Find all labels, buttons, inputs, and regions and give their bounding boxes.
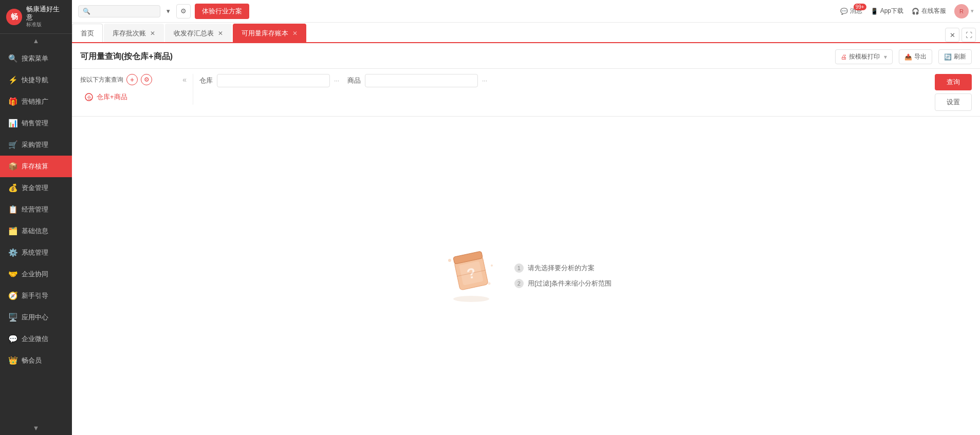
filter-scheme-panel: 按以下方案查询 + ⚙ « 仓 仓库+商品 [80, 74, 193, 105]
monitor-icon: 🖥️ [8, 313, 17, 322]
svg-point-10 [488, 282, 490, 285]
chart-icon: 📊 [8, 119, 17, 128]
goods-more-button[interactable]: ··· [482, 77, 487, 84]
gear-icon: ⚙ [144, 76, 150, 83]
sidebar-scroll-up[interactable]: ▲ [0, 34, 72, 48]
clipboard-icon: 📋 [8, 205, 17, 214]
tab-receive-summary[interactable]: 收发存汇总表 ✕ [165, 24, 232, 42]
page-header: 可用量查询(按仓库+商品) 🖨 按模板打印 ▾ 📤 导出 🔄 刷新 [72, 43, 980, 69]
scheme-icon: 仓 [84, 92, 94, 102]
sidebar-item-enterprise-wechat[interactable]: 💬 企业微信 [0, 328, 72, 350]
template-print-button[interactable]: 🖨 按模板打印 ▾ [835, 49, 893, 64]
headset-icon: 🎧 [912, 8, 919, 15]
sidebar-item-quick-nav[interactable]: ⚡ 快捷导航 [0, 69, 72, 91]
empty-hint-2: 2 用[过滤]条件来缩小分析范围 [514, 279, 612, 288]
collapse-panel-button[interactable]: « [182, 75, 187, 84]
filter-scheme-header: 按以下方案查询 + ⚙ « [80, 74, 187, 85]
sidebar-item-system-mgmt[interactable]: ⚙️ 系统管理 [0, 242, 72, 263]
empty-hint-1: 1 请先选择要分析的方案 [514, 263, 612, 273]
tab-close-available-stock[interactable]: ✕ [292, 30, 298, 37]
sidebar-nav: 🔍 搜索菜单 ⚡ 快捷导航 🎁 营销推广 📊 销售管理 🛒 采购管理 📦 库存核… [0, 48, 72, 421]
svg-point-2 [453, 296, 489, 302]
box-icon: 📦 [8, 162, 17, 171]
sidebar-item-member[interactable]: 👑 畅会员 [0, 350, 72, 371]
sidebar-item-marketing-promo[interactable]: 🎁 营销推广 [0, 91, 72, 112]
topbar-gear-button[interactable]: ⚙ [176, 4, 191, 18]
sidebar-item-new-guide[interactable]: 🧭 新手引导 [0, 285, 72, 307]
close-all-tabs-button[interactable]: ✕ [945, 28, 959, 42]
empty-state-image: ? [440, 245, 502, 307]
query-button[interactable]: 查询 [935, 74, 972, 90]
avatar: R [954, 4, 969, 18]
print-icon: 🖨 [841, 53, 847, 61]
quick-nav-icon: ⚡ [8, 75, 17, 85]
svg-point-8 [448, 259, 451, 262]
sidebar-logo: 畅 畅康通好生意 标准版 [0, 0, 72, 34]
settings-icon: ⚙ [180, 7, 187, 15]
sidebar-item-purchase-mgmt[interactable]: 🛒 采购管理 [0, 134, 72, 156]
export-button[interactable]: 📤 导出 [899, 49, 932, 64]
sidebar-item-inventory[interactable]: 📦 库存核算 [0, 156, 72, 177]
chat-icon: 💬 [8, 334, 17, 344]
sidebar-item-basic-info[interactable]: 🗂️ 基础信息 [0, 220, 72, 242]
chevron-down-icon: ▾ [167, 7, 170, 15]
scheme-item-warehouse-goods[interactable]: 仓 仓库+商品 [80, 89, 187, 105]
message-button[interactable]: 💬 消息 99+ [840, 7, 862, 15]
sidebar-item-app-center[interactable]: 🖥️ 应用中心 [0, 307, 72, 328]
gift-icon: 🎁 [8, 97, 17, 106]
tabbar-right-actions: ✕ ⛶ [941, 28, 980, 42]
app-download-button[interactable]: 📱 App下载 [871, 7, 903, 15]
topbar-right-actions: 💬 消息 99+ 📱 App下载 🎧 在线客服 R ▾ [840, 4, 974, 18]
export-icon: 📤 [904, 53, 912, 61]
sidebar: 畅 畅康通好生意 标准版 ▲ 🔍 搜索菜单 ⚡ 快捷导航 🎁 营销推广 📊 销售… [0, 0, 72, 435]
chevron-down-icon: ▾ [884, 53, 887, 61]
page-header-actions: 🖨 按模板打印 ▾ 📤 导出 🔄 刷新 [835, 49, 972, 64]
topbar: 🔍 ▾ ⚙ 体验行业方案 💬 消息 99+ 📱 App下载 🎧 在线客服 [72, 0, 980, 23]
scheme-settings-button[interactable]: ⚙ [141, 74, 152, 85]
tab-inventory-batch[interactable]: 库存批次账 ✕ [104, 24, 164, 42]
svg-point-9 [491, 264, 493, 267]
search-icon: 🔍 [8, 54, 17, 63]
warehouse-more-button[interactable]: ··· [334, 77, 339, 84]
goods-input[interactable] [365, 74, 478, 87]
empty-hints: 1 请先选择要分析的方案 2 用[过滤]条件来缩小分析范围 [514, 263, 612, 288]
plus-icon: + [130, 75, 134, 84]
search-input[interactable] [93, 8, 144, 15]
warehouse-input[interactable] [217, 74, 330, 87]
sidebar-item-enterprise-coop[interactable]: 🤝 企业协同 [0, 263, 72, 285]
svg-text:仓: 仓 [87, 95, 91, 100]
filter-settings-button[interactable]: 设置 [935, 93, 972, 111]
hint-number-1: 1 [514, 263, 524, 273]
handshake-icon: 🤝 [8, 270, 17, 279]
expand-button[interactable]: ⛶ [961, 28, 976, 42]
sidebar-item-operation-mgmt[interactable]: 📋 经营管理 [0, 199, 72, 220]
industry-solution-button[interactable]: 体验行业方案 [195, 4, 249, 19]
refresh-icon: 🔄 [944, 53, 952, 61]
filter-field-warehouse: 仓库 ··· [199, 74, 339, 87]
sidebar-item-finance-mgmt[interactable]: 💰 资金管理 [0, 177, 72, 199]
add-scheme-button[interactable]: + [126, 74, 138, 85]
phone-icon: 📱 [871, 8, 878, 15]
sidebar-item-search[interactable]: 🔍 搜索菜单 [0, 48, 72, 69]
tab-home[interactable]: 首页 [72, 24, 103, 42]
message-badge: 99+ [854, 4, 866, 10]
topbar-search-box[interactable]: 🔍 [78, 5, 160, 17]
sidebar-scroll-down[interactable]: ▼ [0, 421, 72, 435]
filter-fields: 仓库 ··· 商品 ··· [199, 74, 929, 87]
refresh-button[interactable]: 🔄 刷新 [938, 49, 972, 64]
filter-row-1: 仓库 ··· 商品 ··· [199, 74, 929, 87]
gear-icon: ⚙️ [8, 248, 17, 257]
tabbar: 首页 库存批次账 ✕ 收发存汇总表 ✕ 可用量库存账本 ✕ ✕ ⛶ [72, 23, 980, 43]
content-area: 可用量查询(按仓库+商品) 🖨 按模板打印 ▾ 📤 导出 🔄 刷新 [72, 43, 980, 435]
chevron-down-icon: ▾ [971, 8, 974, 14]
cart-icon: 🛒 [8, 140, 17, 149]
tab-close-inventory-batch[interactable]: ✕ [150, 30, 155, 37]
filter-field-goods: 商品 ··· [347, 74, 487, 87]
tab-close-receive-summary[interactable]: ✕ [218, 30, 223, 37]
online-service-button[interactable]: 🎧 在线客服 [912, 7, 946, 15]
topbar-dropdown-button[interactable]: ▾ [164, 5, 172, 17]
sidebar-item-sales-mgmt[interactable]: 📊 销售管理 [0, 112, 72, 134]
user-avatar-button[interactable]: R ▾ [954, 4, 974, 18]
expand-icon: ⛶ [966, 31, 972, 39]
tab-available-stock[interactable]: 可用量库存账本 ✕ [233, 24, 306, 42]
